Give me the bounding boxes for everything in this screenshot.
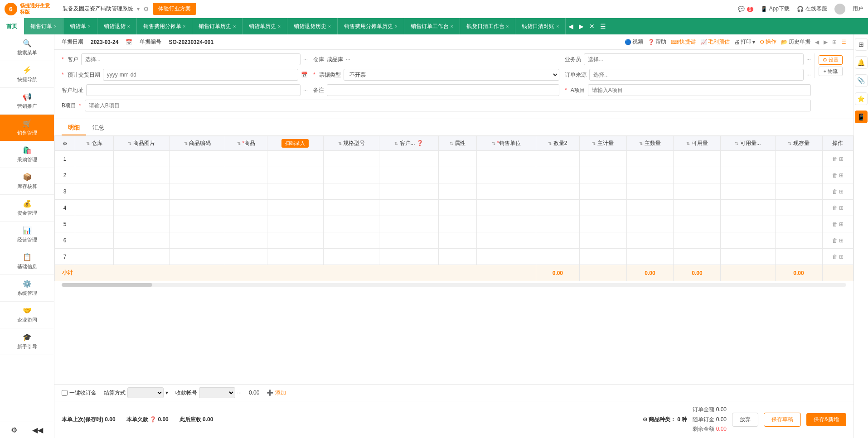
address-dots[interactable]: ···: [303, 87, 308, 93]
sidebar-item-marketing[interactable]: 📢 营销推广: [0, 88, 54, 115]
next-record-icon[interactable]: ▶: [824, 39, 828, 45]
col-available2[interactable]: ⇅ 可用量...: [721, 136, 775, 151]
row-5-warehouse[interactable]: [75, 216, 114, 232]
customer-input[interactable]: [81, 53, 301, 65]
row-5-main-qty[interactable]: [626, 216, 674, 232]
right-tool-2[interactable]: 🔔: [855, 56, 868, 69]
right-tool-3[interactable]: 📎: [855, 74, 868, 87]
project-a-input[interactable]: [588, 84, 811, 96]
row-1-stock[interactable]: [775, 151, 822, 167]
row-6-spec[interactable]: [324, 232, 379, 249]
history-btn[interactable]: 📂 历史单据: [781, 38, 810, 46]
account-dots[interactable]: ···: [237, 390, 242, 396]
invoice-select[interactable]: 不开票: [344, 69, 559, 81]
nav-close-arrow[interactable]: ✕: [587, 23, 597, 30]
copy-row-icon[interactable]: ⊞: [839, 254, 844, 260]
right-tool-4[interactable]: ⭐: [855, 92, 868, 105]
prev-record-icon[interactable]: ◀: [815, 39, 819, 45]
tab-sales-order-history[interactable]: 销售订单历史×: [192, 18, 242, 34]
tab-sales-return[interactable]: 销货退货×: [97, 18, 137, 34]
row-7-qty2[interactable]: [536, 249, 579, 265]
user-name[interactable]: 用户: [853, 5, 863, 13]
row-6-code[interactable]: [170, 232, 225, 249]
row-7-attribute[interactable]: [438, 249, 477, 265]
sidebar-item-enterprise[interactable]: 🤝 企业协同: [0, 302, 54, 328]
row-7-spec[interactable]: [324, 249, 379, 265]
col-spec[interactable]: ⇅ 规格型号: [324, 136, 379, 151]
list-view-icon[interactable]: ☰: [841, 39, 846, 45]
copy-row-icon[interactable]: ⊞: [839, 188, 844, 195]
settings-icon[interactable]: ⚙: [143, 5, 149, 13]
copy-row-icon[interactable]: ⊞: [839, 156, 844, 162]
col-unit[interactable]: ⇅ *销售单位: [477, 136, 536, 151]
tab-detail[interactable]: 明细: [62, 121, 86, 135]
tab-order-workbench[interactable]: 销售订单工作台×: [404, 18, 460, 34]
grid-view-icon[interactable]: ⊞: [832, 39, 837, 45]
tab-return-history[interactable]: 销货退货历史×: [287, 18, 338, 34]
scan-button[interactable]: 扫码录入: [281, 139, 309, 148]
close-tab-icon[interactable]: ×: [506, 24, 509, 29]
row-2-stock[interactable]: [775, 167, 822, 183]
project-b-input[interactable]: [85, 100, 811, 111]
row-3-available[interactable]: [674, 183, 721, 200]
copy-row-icon[interactable]: ⊞: [839, 205, 844, 211]
delete-row-icon[interactable]: 🗑: [832, 156, 838, 162]
row-5-stock[interactable]: [775, 216, 822, 232]
save-draft-button[interactable]: 保存草稿: [764, 413, 801, 427]
row-5-attribute[interactable]: [438, 216, 477, 232]
warehouse-dots[interactable]: ···: [346, 56, 350, 63]
system-title-dropdown-icon[interactable]: ▾: [137, 6, 140, 12]
row-6-attribute[interactable]: [438, 232, 477, 249]
sidebar-item-purchase[interactable]: 🛍️ 采购管理: [0, 141, 54, 168]
row-3-main-qty[interactable]: [626, 183, 674, 200]
close-tab-icon[interactable]: ×: [88, 24, 91, 29]
sidebar-settings-icon[interactable]: ⚙: [11, 426, 17, 434]
row-4-available[interactable]: [674, 200, 721, 216]
sidebar-item-quick-nav[interactable]: ⚡ 快捷导航: [0, 61, 54, 88]
material-side-btn[interactable]: + 物流: [819, 67, 843, 76]
row-1-main-qty[interactable]: [626, 151, 674, 167]
sidebar-item-system[interactable]: ⚙️ 系统管理: [0, 275, 54, 302]
tab-goods-history[interactable]: 销货单历史×: [242, 18, 287, 34]
row-6-stock[interactable]: [775, 232, 822, 249]
row-4-stock[interactable]: [775, 200, 822, 216]
tab-daily-clear-workbench[interactable]: 钱货日清工作台×: [460, 18, 516, 34]
row-2-attribute[interactable]: [438, 167, 477, 183]
delete-row-icon[interactable]: 🗑: [832, 188, 838, 195]
row-6-unit[interactable]: [477, 232, 536, 249]
row-6-main-qty[interactable]: [626, 232, 674, 249]
row-3-code[interactable]: [170, 183, 225, 200]
row-2-qty2[interactable]: [536, 167, 579, 183]
col-qty2[interactable]: ⇅ 数量2: [536, 136, 579, 151]
copy-row-icon[interactable]: ⊞: [839, 237, 844, 244]
col-main-qty[interactable]: ⇅ 主数量: [626, 136, 674, 151]
notice-icon[interactable]: 💬 9: [738, 6, 753, 12]
row-5-spec[interactable]: [324, 216, 379, 232]
row-7-customer-code[interactable]: [379, 249, 438, 265]
profit-btn[interactable]: 📈 毛利预估: [700, 38, 730, 46]
row-2-code[interactable]: [170, 167, 225, 183]
row-3-stock[interactable]: [775, 183, 822, 200]
shortcut-btn[interactable]: ⌨ 快捷键: [671, 38, 696, 46]
row-7-available2[interactable]: [721, 249, 775, 265]
row-2-main-qty[interactable]: [626, 167, 674, 183]
row-5-main-unit[interactable]: [579, 216, 626, 232]
row-5-available[interactable]: [674, 216, 721, 232]
scrollbar-thumb[interactable]: [62, 283, 152, 287]
row-3-customer-code[interactable]: [379, 183, 438, 200]
address-input[interactable]: [86, 84, 301, 96]
date-picker-icon[interactable]: 📅: [301, 72, 308, 78]
abandon-button[interactable]: 放弃: [732, 413, 758, 427]
salesperson-input[interactable]: [584, 53, 804, 65]
tab-expense-history[interactable]: 销售费用分摊单历史×: [338, 18, 404, 34]
sidebar-item-inventory[interactable]: 📦 库存核算: [0, 168, 54, 195]
row-1-unit[interactable]: [477, 151, 536, 167]
tab-home[interactable]: 首页: [0, 18, 24, 34]
delete-row-icon[interactable]: 🗑: [832, 254, 838, 260]
row-4-warehouse[interactable]: [75, 200, 114, 216]
row-7-code[interactable]: [170, 249, 225, 265]
close-tab-icon[interactable]: ×: [183, 24, 186, 29]
row-4-customer-code[interactable]: [379, 200, 438, 216]
delete-row-icon[interactable]: 🗑: [832, 205, 838, 211]
col-stock[interactable]: ⇅ 现存量: [775, 136, 822, 151]
